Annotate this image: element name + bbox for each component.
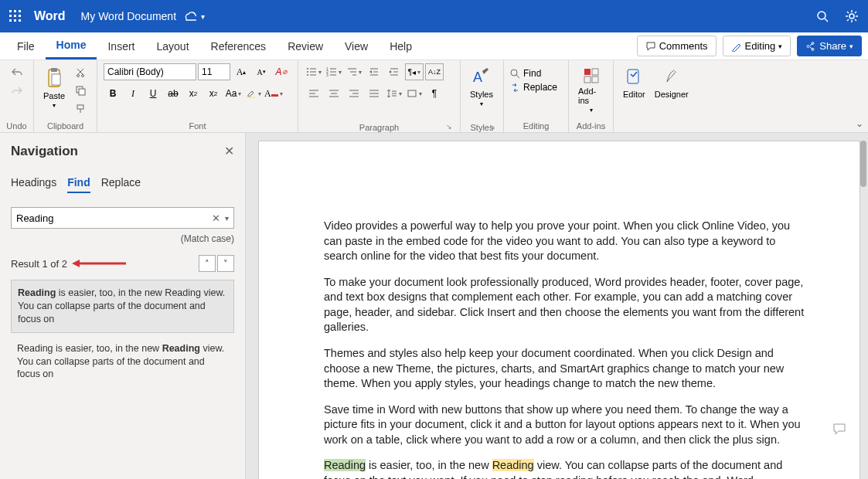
paragraph: Reading is easier, too, in the new Readi… xyxy=(324,458,807,479)
superscript-button[interactable]: x2 xyxy=(204,85,223,102)
editor-label: Editor xyxy=(623,90,645,99)
svg-rect-22 xyxy=(52,74,60,85)
designer-button[interactable]: Designer xyxy=(652,63,692,102)
search-result-2[interactable]: Reading is easier, too, in the new Readi… xyxy=(11,338,234,386)
replace-button[interactable]: Replace xyxy=(510,82,557,93)
document-page[interactable]: Video provides a powerful way to help yo… xyxy=(258,141,860,479)
decrease-indent-button[interactable] xyxy=(365,63,383,80)
font-name-select[interactable] xyxy=(104,63,196,80)
tab-view[interactable]: View xyxy=(334,34,379,59)
align-right-button[interactable] xyxy=(345,85,363,102)
numbering-button[interactable]: 123 xyxy=(325,63,343,80)
collapse-ribbon-icon[interactable]: ⌄ xyxy=(856,118,863,129)
tab-review[interactable]: Review xyxy=(277,34,334,59)
change-case-button[interactable]: Aa xyxy=(224,85,243,102)
find-button[interactable]: Find xyxy=(510,68,541,79)
tab-file[interactable]: File xyxy=(6,34,46,59)
bold-button[interactable]: B xyxy=(104,85,122,102)
svg-rect-2 xyxy=(19,10,21,12)
comments-label: Comments xyxy=(659,40,708,52)
highlight-color-button[interactable] xyxy=(244,85,263,102)
svg-line-16 xyxy=(847,12,849,13)
search-input[interactable] xyxy=(16,212,212,224)
undo-button[interactable] xyxy=(8,63,26,80)
italic-button[interactable]: I xyxy=(124,85,142,102)
clear-formatting-button[interactable]: A⊘ xyxy=(272,63,291,80)
styles-button[interactable]: AStyles▾ xyxy=(467,63,496,110)
replace-label: Replace xyxy=(523,82,557,93)
add-comment-icon[interactable] xyxy=(832,423,846,435)
app-launcher-icon[interactable] xyxy=(9,10,22,22)
svg-text:A: A xyxy=(473,70,482,85)
align-left-button[interactable] xyxy=(305,85,323,102)
line-spacing-button[interactable] xyxy=(385,85,403,102)
search-icon[interactable] xyxy=(816,10,829,23)
tab-help[interactable]: Help xyxy=(379,34,423,59)
shrink-font-button[interactable]: A▾ xyxy=(252,63,271,80)
sort-button[interactable]: A↓Z xyxy=(425,63,444,80)
underline-button[interactable]: U xyxy=(144,85,162,102)
redo-button[interactable] xyxy=(8,82,26,99)
format-painter-button[interactable] xyxy=(71,100,90,117)
tab-insert[interactable]: Insert xyxy=(97,34,145,59)
font-group-label: Font xyxy=(104,120,291,131)
doc-dropdown-icon[interactable]: ▾ xyxy=(201,12,205,21)
subscript-button[interactable]: x2 xyxy=(184,85,203,102)
nav-tab-find[interactable]: Find xyxy=(67,176,90,193)
svg-rect-28 xyxy=(247,97,255,98)
nav-tab-headings[interactable]: Headings xyxy=(11,176,56,193)
svg-rect-1 xyxy=(14,10,16,12)
tab-references[interactable]: References xyxy=(200,34,277,59)
multilevel-list-button[interactable] xyxy=(345,63,363,80)
nav-tab-replace[interactable]: Replace xyxy=(101,176,141,193)
designer-label: Designer xyxy=(655,90,689,99)
tab-layout[interactable]: Layout xyxy=(145,34,199,59)
justify-button[interactable] xyxy=(365,85,383,102)
addins-button[interactable]: Add-ins▾ xyxy=(575,63,607,117)
tab-home[interactable]: Home xyxy=(46,32,97,59)
close-nav-icon[interactable]: ✕ xyxy=(224,144,234,158)
paragraph-group-label: Paragraph xyxy=(305,121,454,132)
align-center-button[interactable] xyxy=(325,85,343,102)
paragraph-launcher-icon[interactable]: ↘ xyxy=(446,123,452,131)
search-result-1[interactable]: Reading is easier, too, in the new Readi… xyxy=(11,280,234,333)
strikethrough-button[interactable]: ab xyxy=(164,85,182,102)
font-color-button[interactable]: A xyxy=(264,85,283,102)
search-box[interactable]: ✕ ▾ xyxy=(11,207,234,229)
copy-button[interactable] xyxy=(71,82,90,99)
clear-search-icon[interactable]: ✕ xyxy=(212,212,220,224)
svg-line-10 xyxy=(825,19,828,22)
svg-rect-3 xyxy=(9,15,12,17)
next-result-button[interactable]: ˅ xyxy=(217,255,234,272)
svg-rect-27 xyxy=(77,105,83,109)
prev-result-button[interactable]: ˄ xyxy=(199,255,216,272)
svg-rect-70 xyxy=(584,69,591,75)
paragraph: To make your document look professionall… xyxy=(324,275,807,335)
font-size-select[interactable] xyxy=(198,63,230,80)
grow-font-button[interactable]: A▴ xyxy=(232,63,250,80)
comments-button[interactable]: Comments xyxy=(637,36,717,56)
svg-line-69 xyxy=(516,75,519,78)
increase-indent-button[interactable] xyxy=(385,63,403,80)
editor-button[interactable]: Editor xyxy=(620,63,648,102)
svg-rect-71 xyxy=(592,69,598,75)
search-options-icon[interactable]: ▾ xyxy=(225,214,229,223)
scrollbar[interactable] xyxy=(860,141,866,187)
document-name[interactable]: My Word Document xyxy=(81,10,176,22)
paste-button[interactable]: Paste▾ xyxy=(40,63,68,112)
svg-rect-0 xyxy=(9,10,12,12)
styles-launcher-icon[interactable]: ↘ xyxy=(489,123,495,131)
cut-button[interactable] xyxy=(71,63,90,80)
borders-button[interactable] xyxy=(405,85,424,102)
share-button[interactable]: Share▾ xyxy=(797,36,862,56)
svg-point-11 xyxy=(849,14,854,19)
svg-text:3: 3 xyxy=(326,73,328,76)
svg-line-17 xyxy=(855,19,856,21)
bullets-button[interactable] xyxy=(305,63,323,80)
text-direction-button[interactable]: ¶◂ xyxy=(405,63,424,80)
editing-mode-button[interactable]: Editing▾ xyxy=(723,36,791,56)
paragraph: Themes and styles also help keep your do… xyxy=(324,346,807,392)
show-marks-button[interactable]: ¶ xyxy=(425,85,444,102)
paragraph: Video provides a powerful way to help yo… xyxy=(324,219,807,264)
settings-gear-icon[interactable] xyxy=(845,9,859,23)
